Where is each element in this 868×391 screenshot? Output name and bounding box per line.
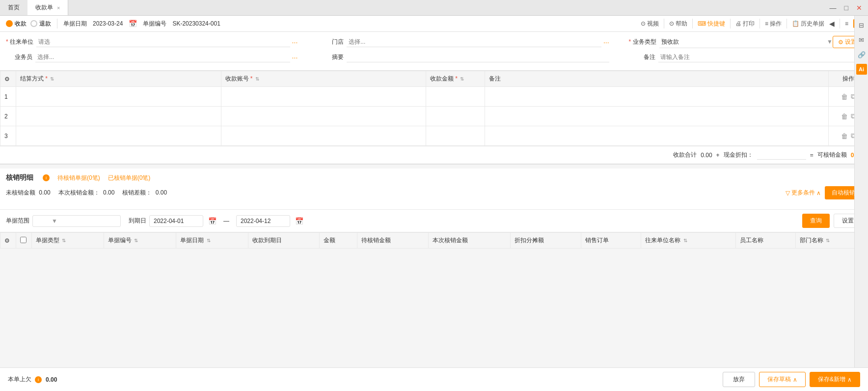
staff-more-btn[interactable]: ··· xyxy=(292,54,298,61)
discard-btn[interactable]: 放弃 xyxy=(723,372,755,387)
refund-radio[interactable]: 退款 xyxy=(30,20,51,28)
date-from-input[interactable] xyxy=(149,215,203,227)
sidebar-camera-icon[interactable]: Ai xyxy=(856,64,867,75)
carry-info-icon[interactable]: i xyxy=(35,376,42,383)
delete-icon-1[interactable]: 🗑 xyxy=(841,93,848,101)
sort-icon-amount: ⇅ xyxy=(460,76,464,82)
staff-input[interactable] xyxy=(35,52,290,62)
counterpart-field: * 往来单位 ··· xyxy=(6,37,298,47)
col-settlement: 结算方式 * ⇅ xyxy=(16,71,221,87)
row-1-remark[interactable] xyxy=(485,87,829,107)
row-1-amount[interactable] xyxy=(426,87,485,107)
tab-home[interactable]: 首页 xyxy=(0,0,27,15)
calendar-icon[interactable]: 📅 xyxy=(129,20,137,28)
refund-radio-dot xyxy=(30,20,37,27)
row-2-remark[interactable] xyxy=(485,107,829,126)
row-2-account[interactable] xyxy=(221,107,426,126)
table-gear-col[interactable]: ⚙ xyxy=(0,71,16,87)
window-controls: — □ ✕ xyxy=(828,3,868,13)
form-area: * 往来单位 ··· 门店 ··· * 业务类型 预收款 ▼ ⚙ xyxy=(0,32,868,71)
sidebar-email-icon[interactable]: ✉ xyxy=(856,34,867,45)
row-2-settlement[interactable] xyxy=(16,107,221,126)
verify-info-icon[interactable]: i xyxy=(43,174,50,181)
number-value: SK-20230324-001 xyxy=(172,20,220,27)
list-icon[interactable]: ≡ xyxy=(845,20,848,27)
carry-label: 本单上欠 xyxy=(8,375,31,384)
counterpart-more-btn[interactable]: ··· xyxy=(292,38,298,46)
operation-icon: ≡ xyxy=(765,20,768,27)
delete-icon-3[interactable]: 🗑 xyxy=(841,132,848,140)
delete-icon-2[interactable]: 🗑 xyxy=(841,112,848,120)
discount-label: 现金折扣： xyxy=(724,151,753,159)
sidebar-link-icon[interactable]: 🔗 xyxy=(856,49,867,60)
sort-icon-settlement: ⇅ xyxy=(50,76,54,82)
row-3-amount[interactable] xyxy=(426,126,485,146)
video-btn[interactable]: ⊙ 视频 xyxy=(641,20,659,28)
done-tab[interactable]: 已核销单据(0笔) xyxy=(108,174,151,182)
shortcut-btn[interactable]: ⌨ 快捷键 xyxy=(698,20,725,28)
range-select[interactable]: ▼ xyxy=(32,215,121,227)
prev-arrow[interactable]: ◀ xyxy=(829,20,835,28)
calendar-from-icon[interactable]: 📅 xyxy=(208,217,217,225)
store-more-btn[interactable]: ··· xyxy=(603,38,609,46)
row-1-settlement[interactable] xyxy=(16,87,221,107)
staff-field: 业务员 ··· xyxy=(6,52,298,62)
date-to-input[interactable] xyxy=(236,215,290,227)
summary-field: 摘要 xyxy=(317,52,609,62)
business-type-value: 预收款 xyxy=(659,36,827,48)
tab-current-label: 收款单 xyxy=(35,3,53,12)
unverified-stat: 未核销金额 0.00 xyxy=(6,189,51,197)
due-label: 到期日 xyxy=(129,217,146,225)
summary-input[interactable] xyxy=(347,52,609,62)
tab-current[interactable]: 收款单 × xyxy=(27,0,68,15)
history-btn[interactable]: 📋 历史单据 xyxy=(792,20,824,28)
receipt-refund-toggle: 收款 退款 xyxy=(6,20,51,28)
operation-btn[interactable]: ≡ 操作 xyxy=(765,20,782,28)
receipt-radio[interactable]: 收款 xyxy=(6,20,27,28)
sidebar-table-icon[interactable]: ⊟ xyxy=(856,20,867,30)
sort-doc-type: ⇅ xyxy=(62,238,66,243)
divider-3 xyxy=(692,19,693,28)
discount-input[interactable] xyxy=(757,150,806,160)
pending-tab[interactable]: 待核销单据(0笔) xyxy=(57,174,100,182)
maximize-btn[interactable]: □ xyxy=(842,3,850,13)
select-all-checkbox[interactable] xyxy=(20,237,27,243)
print-btn[interactable]: 🖨 打印 xyxy=(735,20,755,28)
unverified-label: 未核销金额 xyxy=(6,189,35,196)
row-3-account[interactable] xyxy=(221,126,426,146)
remark-input[interactable] xyxy=(658,52,862,62)
store-input[interactable] xyxy=(347,37,601,47)
query-btn[interactable]: 查询 xyxy=(802,214,830,228)
help-btn[interactable]: ⊙ 帮助 xyxy=(669,20,687,28)
save-new-btn[interactable]: 保存&新增 ∧ xyxy=(810,372,860,387)
bottom-gear-col[interactable]: ⚙ xyxy=(0,233,16,249)
business-type-label: * 业务类型 xyxy=(629,38,656,46)
tab-close-icon[interactable]: × xyxy=(57,5,60,11)
history-icon: 📋 xyxy=(792,20,799,27)
business-type-select[interactable]: 预收款 ▼ xyxy=(659,36,833,48)
tab-bar: 首页 收款单 × — □ ✕ xyxy=(0,0,868,16)
row-1-account[interactable] xyxy=(221,87,426,107)
minimize-btn[interactable]: — xyxy=(828,3,839,13)
date-label: 单据日期 xyxy=(63,20,87,28)
col-this-verify: 本次核销金额 xyxy=(428,233,510,249)
row-3-remark[interactable] xyxy=(485,126,829,146)
more-conditions-btn[interactable]: ▽ 更多条件 ∧ xyxy=(786,189,821,197)
col-doc-type: 单据类型 ⇅ xyxy=(32,233,104,249)
bottom-checkbox-col[interactable] xyxy=(16,233,32,249)
row-2-amount[interactable] xyxy=(426,107,485,126)
date-separator: — xyxy=(223,218,229,224)
video-label: 视频 xyxy=(647,20,659,28)
calendar-to-icon[interactable]: 📅 xyxy=(295,217,303,225)
range-arrow-icon: ▼ xyxy=(52,218,57,224)
remark-label: 备注 xyxy=(629,53,655,61)
save-draft-btn[interactable]: 保存草稿 ∧ xyxy=(759,372,806,387)
row-num-3: 3 xyxy=(0,126,15,145)
refund-label: 退款 xyxy=(39,20,51,28)
save-draft-arrow: ∧ xyxy=(793,376,797,383)
counterpart-input[interactable] xyxy=(36,37,290,47)
close-btn[interactable]: ✕ xyxy=(854,3,864,13)
diff-label: 核销差额： xyxy=(122,189,152,196)
print-icon: 🖨 xyxy=(735,20,741,27)
row-3-settlement[interactable] xyxy=(16,126,221,146)
